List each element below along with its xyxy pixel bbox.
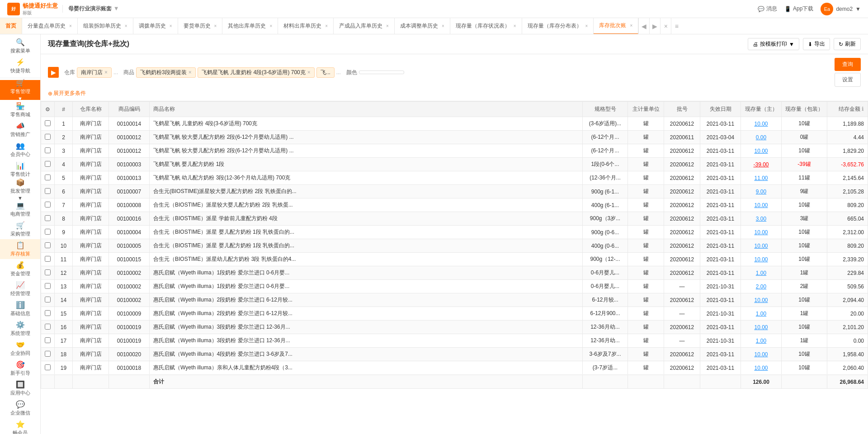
- sidebar-item-mall[interactable]: 🏪 零售商城: [0, 100, 40, 120]
- tab-fenliangpandian[interactable]: 分量盘点单历史 ×: [22, 18, 78, 34]
- row-check[interactable]: [41, 293, 55, 307]
- row-check[interactable]: [41, 307, 55, 321]
- row-stock-main[interactable]: 1.00: [741, 307, 782, 321]
- row-check[interactable]: [41, 321, 55, 334]
- product-filter-tag-2[interactable]: 飞鹤星飞帆 儿童奶粉 4段(3-6岁适用) 700克 ×: [198, 67, 315, 78]
- tab-chengben[interactable]: 成本调整单历史 ×: [395, 18, 450, 34]
- sidebar-item-operation[interactable]: 📈 经营管理: [0, 279, 40, 299]
- product-tag-1-remove[interactable]: ×: [189, 69, 192, 75]
- row-checkbox[interactable]: [45, 283, 51, 289]
- sidebar-item-inventory[interactable]: 📋 库存核算: [0, 239, 40, 259]
- row-stock-main[interactable]: 10.00: [741, 253, 782, 266]
- export-button[interactable]: ⬇ 导出: [803, 38, 830, 50]
- tab-close-2[interactable]: ×: [125, 24, 127, 28]
- row-checkbox[interactable]: [45, 161, 51, 167]
- row-check[interactable]: [41, 144, 55, 158]
- print-button[interactable]: 🖨 按模板打印 ▼: [748, 38, 799, 50]
- product-more[interactable]: ...: [336, 69, 341, 75]
- nav-close-all-btn[interactable]: ×: [660, 18, 671, 34]
- row-check[interactable]: [41, 361, 55, 375]
- row-stock-main[interactable]: 11.00: [741, 171, 782, 185]
- sidebar-item-marketing[interactable]: 📣 营销推广: [0, 120, 40, 140]
- tab-close-9[interactable]: ×: [514, 24, 516, 28]
- sidebar-item-collab[interactable]: 🤝 企业协同: [0, 339, 40, 359]
- tab-close-1[interactable]: ×: [69, 24, 72, 28]
- row-stock-main[interactable]: 1.00: [741, 334, 782, 348]
- warehouse-remove-icon[interactable]: ×: [104, 69, 108, 75]
- row-check[interactable]: [41, 212, 55, 226]
- row-checkbox[interactable]: [45, 351, 51, 357]
- tab-qita[interactable]: 其他出库单历史 ×: [222, 18, 278, 34]
- tab-close-5[interactable]: ×: [269, 24, 272, 28]
- tab-close-8[interactable]: ×: [442, 24, 444, 28]
- th-settings[interactable]: ⚙: [41, 102, 55, 117]
- warehouse-filter-tag[interactable]: 南岸门店 ×: [77, 67, 112, 78]
- message-btn[interactable]: 💬 消息: [758, 5, 777, 13]
- sidebar-item-vip[interactable]: ⭐ 畅会员: [0, 418, 40, 434]
- row-stock-main[interactable]: 10.00: [741, 321, 782, 334]
- tab-close-6[interactable]: ×: [325, 24, 328, 28]
- sidebar-item-wechat[interactable]: 💬 企业微信: [0, 398, 40, 418]
- setting-button[interactable]: 设置: [835, 73, 861, 87]
- row-stock-main[interactable]: 0.00: [741, 131, 782, 144]
- warehouse-more[interactable]: ...: [113, 69, 118, 75]
- nav-next-btn[interactable]: ▶: [649, 18, 660, 34]
- tab-home[interactable]: 首页: [0, 18, 22, 34]
- tab-kucun-status[interactable]: 现存量（库存状况表）×: [450, 18, 522, 34]
- row-check[interactable]: [41, 171, 55, 185]
- row-checkbox[interactable]: [45, 147, 51, 153]
- sidebar-item-guide[interactable]: 🎯 新手引导: [0, 359, 40, 378]
- tab-kucun-dist[interactable]: 现存量（库存分布表）×: [522, 18, 594, 34]
- row-check[interactable]: [41, 226, 55, 239]
- row-check[interactable]: [41, 158, 55, 171]
- row-checkbox[interactable]: [45, 337, 51, 343]
- tab-diaobo[interactable]: 调拨单历史 ×: [133, 18, 178, 34]
- breadcrumb-dropdown-icon[interactable]: ▼: [113, 5, 119, 12]
- row-check[interactable]: [41, 131, 55, 144]
- tab-close-3[interactable]: ×: [170, 24, 172, 28]
- row-check[interactable]: [41, 117, 55, 131]
- row-stock-main[interactable]: 3.00: [741, 212, 782, 226]
- row-checkbox[interactable]: [45, 364, 51, 370]
- row-stock-main[interactable]: 10.00: [741, 226, 782, 239]
- row-stock-main[interactable]: 10.00: [741, 144, 782, 158]
- tab-close-4[interactable]: ×: [214, 24, 217, 28]
- sidebar-item-purchase[interactable]: 🛒 采购管理: [0, 219, 40, 239]
- row-checkbox[interactable]: [45, 215, 51, 221]
- row-check[interactable]: [41, 280, 55, 293]
- expand-conditions-btn[interactable]: ⊕ 展开更多条件: [48, 90, 861, 97]
- row-checkbox[interactable]: [45, 256, 51, 262]
- color-filter-dropdown[interactable]: [359, 71, 404, 74]
- row-stock-main[interactable]: 10.00: [741, 348, 782, 361]
- row-stock-main[interactable]: 10.00: [741, 198, 782, 212]
- row-check[interactable]: [41, 185, 55, 198]
- row-checkbox[interactable]: [45, 175, 51, 180]
- product-filter-tag-1[interactable]: 飞鹤奶粉3段两提装 ×: [136, 67, 196, 78]
- row-check[interactable]: [41, 239, 55, 253]
- row-check[interactable]: [41, 334, 55, 348]
- tab-close-7[interactable]: ×: [386, 24, 389, 28]
- tab-chancheng[interactable]: 产成品入库单历史 ×: [334, 18, 395, 34]
- app-download-btn[interactable]: 📱 App下载: [784, 5, 813, 13]
- row-stock-main[interactable]: -39.00: [741, 158, 782, 171]
- sidebar-item-retail-stat[interactable]: 📊 零售统计: [0, 160, 40, 179]
- sidebar-item-ecommerce[interactable]: 💻 电商管理: [0, 199, 40, 219]
- row-checkbox[interactable]: [45, 269, 51, 275]
- row-check[interactable]: [41, 266, 55, 280]
- row-stock-main[interactable]: 10.00: [741, 117, 782, 131]
- row-stock-main[interactable]: 10.00: [741, 239, 782, 253]
- row-checkbox[interactable]: [45, 297, 51, 302]
- sidebar-item-system[interactable]: ⚙️ 系统管理: [0, 319, 40, 339]
- row-stock-main[interactable]: 9.00: [741, 185, 782, 198]
- row-checkbox[interactable]: [45, 229, 51, 235]
- product-filter-tag-3[interactable]: 飞...: [316, 67, 335, 78]
- row-checkbox[interactable]: [45, 134, 51, 140]
- sidebar-item-finance[interactable]: 💰 资金管理: [0, 259, 40, 279]
- row-check[interactable]: [41, 253, 55, 266]
- row-stock-main[interactable]: 10.00: [741, 361, 782, 375]
- filter-toggle-button[interactable]: ▶: [48, 67, 59, 78]
- tab-cailiao[interactable]: 材料出库单历史 ×: [278, 18, 334, 34]
- tab-close-10[interactable]: ×: [585, 24, 588, 28]
- row-checkbox[interactable]: [45, 188, 51, 194]
- row-checkbox[interactable]: [45, 120, 51, 126]
